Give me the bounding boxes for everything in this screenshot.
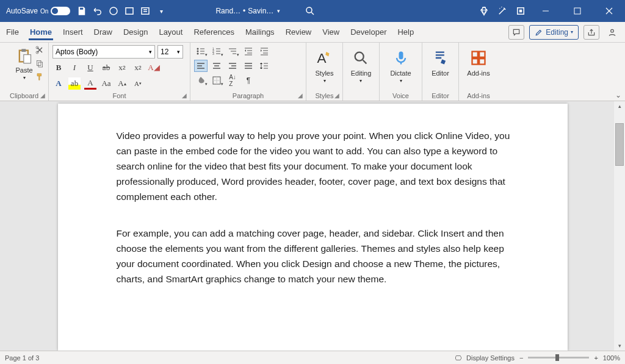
ribbon-tabs: File Home Insert Draw Design Layout Refe… bbox=[0, 22, 625, 43]
addins-label: Add-ins bbox=[459, 92, 498, 99]
tab-draw[interactable]: Draw bbox=[93, 24, 114, 40]
maximize-button[interactable] bbox=[565, 2, 590, 20]
search-icon[interactable] bbox=[305, 5, 316, 16]
increase-indent-button[interactable] bbox=[258, 45, 271, 57]
share-button[interactable] bbox=[583, 25, 599, 40]
svg-rect-26 bbox=[479, 52, 485, 57]
voice-label: Voice bbox=[380, 92, 422, 99]
paragraph-launcher[interactable]: ◢ bbox=[297, 91, 304, 99]
tab-mailings[interactable]: Mailings bbox=[244, 24, 276, 40]
tab-view[interactable]: View bbox=[321, 24, 341, 40]
tab-file[interactable]: File bbox=[5, 24, 20, 40]
italic-button[interactable]: I bbox=[68, 62, 81, 74]
qat-icon-1[interactable] bbox=[124, 5, 135, 16]
qat-icon-2[interactable] bbox=[140, 5, 151, 16]
format-painter-icon[interactable] bbox=[35, 72, 45, 82]
font-size-input[interactable]: 12▾ bbox=[157, 45, 183, 59]
editing-button[interactable]: Editing▾ bbox=[351, 45, 372, 84]
align-center-button[interactable] bbox=[210, 60, 223, 72]
superscript-button[interactable]: x2 bbox=[132, 62, 144, 74]
page[interactable]: Video provides a powerful way to help yo… bbox=[58, 104, 568, 351]
decrease-indent-button[interactable] bbox=[242, 45, 255, 57]
zoom-in-button[interactable]: + bbox=[594, 354, 598, 362]
addins-group: Add-ins Add-ins bbox=[459, 43, 498, 101]
comments-button[interactable] bbox=[508, 25, 524, 40]
scroll-up-icon[interactable]: ▴ bbox=[614, 101, 625, 111]
styles-button[interactable]: A Styles▾ bbox=[315, 45, 334, 84]
svg-rect-10 bbox=[23, 54, 31, 63]
scroll-thumb[interactable] bbox=[615, 123, 624, 166]
tab-references[interactable]: References bbox=[192, 24, 235, 40]
page-indicator[interactable]: Page 1 of 3 bbox=[5, 354, 39, 362]
voice-group: Dictate▾ Voice bbox=[380, 43, 422, 101]
tab-developer[interactable]: Developer bbox=[349, 24, 388, 40]
font-launcher[interactable]: ◢ bbox=[181, 91, 188, 99]
collapse-ribbon-icon[interactable]: ⌄ bbox=[615, 91, 621, 99]
cut-icon[interactable] bbox=[35, 45, 45, 55]
strike-button[interactable]: ab bbox=[100, 62, 112, 74]
diamond-icon[interactable] bbox=[479, 5, 490, 16]
sort-button[interactable]: A↓Z bbox=[226, 74, 239, 87]
minimize-button[interactable] bbox=[533, 2, 558, 20]
undo-icon[interactable] bbox=[92, 5, 103, 16]
display-settings-label[interactable]: Display Settings bbox=[466, 354, 515, 362]
tab-review[interactable]: Review bbox=[284, 24, 313, 40]
save-icon[interactable] bbox=[76, 5, 87, 16]
align-right-button[interactable] bbox=[226, 60, 239, 72]
font-color-button[interactable]: A bbox=[84, 77, 96, 90]
zoom-slider[interactable] bbox=[528, 357, 589, 359]
line-spacing-button[interactable] bbox=[258, 60, 271, 72]
autosave-toggle[interactable]: AutoSave On bbox=[6, 7, 70, 15]
editor-button[interactable]: Editor bbox=[431, 45, 450, 77]
align-left-button[interactable] bbox=[194, 60, 208, 72]
copy-icon[interactable] bbox=[35, 59, 45, 68]
multilevel-button[interactable]: ▾ bbox=[226, 45, 239, 57]
redo-icon[interactable] bbox=[108, 5, 119, 16]
qat-customize-icon[interactable]: ▾ bbox=[156, 5, 167, 16]
close-button[interactable] bbox=[597, 2, 621, 20]
bold-button[interactable]: B bbox=[52, 62, 65, 74]
shading-button[interactable]: ▾ bbox=[194, 74, 208, 87]
dictate-button[interactable]: Dictate▾ bbox=[390, 45, 411, 84]
justify-button[interactable] bbox=[242, 60, 255, 72]
addins-button[interactable]: Add-ins bbox=[467, 45, 490, 77]
clipboard-launcher[interactable]: ◢ bbox=[39, 91, 46, 99]
grow-font-button[interactable]: A▴ bbox=[116, 77, 128, 90]
editing-mode-button[interactable]: Editing ▾ bbox=[529, 25, 579, 40]
show-marks-button[interactable]: ¶ bbox=[242, 74, 255, 87]
doc-name: Rand… bbox=[215, 7, 240, 15]
account-icon[interactable] bbox=[604, 25, 620, 40]
clear-format-button[interactable]: A◢ bbox=[148, 62, 160, 74]
subscript-button[interactable]: x2 bbox=[116, 62, 128, 74]
dictate-label: Dictate bbox=[390, 70, 411, 77]
paragraph-1[interactable]: Video provides a powerful way to help yo… bbox=[117, 128, 513, 205]
toggle-switch[interactable] bbox=[51, 7, 70, 15]
vertical-scrollbar[interactable]: ▴ ▾ bbox=[614, 101, 625, 351]
paste-button[interactable]: Paste ▾ bbox=[12, 45, 37, 82]
numbering-button[interactable]: 123▾ bbox=[210, 45, 223, 57]
tab-layout[interactable]: Layout bbox=[157, 24, 184, 40]
styles-launcher[interactable]: ◢ bbox=[333, 91, 341, 99]
bullets-button[interactable]: ▾ bbox=[194, 45, 208, 57]
highlight-button[interactable]: ab bbox=[68, 77, 81, 90]
display-settings-icon[interactable]: 🖵 bbox=[455, 354, 461, 362]
document-title[interactable]: Rand… • Savin… ▾ bbox=[215, 7, 280, 15]
borders-button[interactable]: ▾ bbox=[210, 74, 223, 87]
zoom-out-button[interactable]: − bbox=[519, 354, 523, 362]
svg-point-17 bbox=[197, 53, 199, 55]
scroll-down-icon[interactable]: ▾ bbox=[614, 341, 625, 351]
tab-insert[interactable]: Insert bbox=[62, 24, 84, 40]
text-effects-button[interactable]: A bbox=[52, 77, 65, 90]
app-icon[interactable] bbox=[515, 5, 526, 16]
zoom-level[interactable]: 100% bbox=[603, 354, 620, 362]
paragraph-2[interactable]: For example, you can add a matching cove… bbox=[117, 226, 513, 287]
tab-home[interactable]: Home bbox=[29, 24, 53, 40]
font-group: Aptos (Body)▾ 12▾ B I U ab x2 x2 A◢ A ab… bbox=[49, 43, 190, 101]
tab-help[interactable]: Help bbox=[396, 24, 415, 40]
font-name-input[interactable]: Aptos (Body)▾ bbox=[52, 45, 155, 59]
tab-design[interactable]: Design bbox=[122, 24, 149, 40]
wand-icon[interactable] bbox=[497, 5, 508, 16]
shrink-font-button[interactable]: A▾ bbox=[132, 77, 144, 90]
change-case-button[interactable]: Aa bbox=[100, 77, 112, 90]
underline-button[interactable]: U bbox=[84, 62, 96, 74]
